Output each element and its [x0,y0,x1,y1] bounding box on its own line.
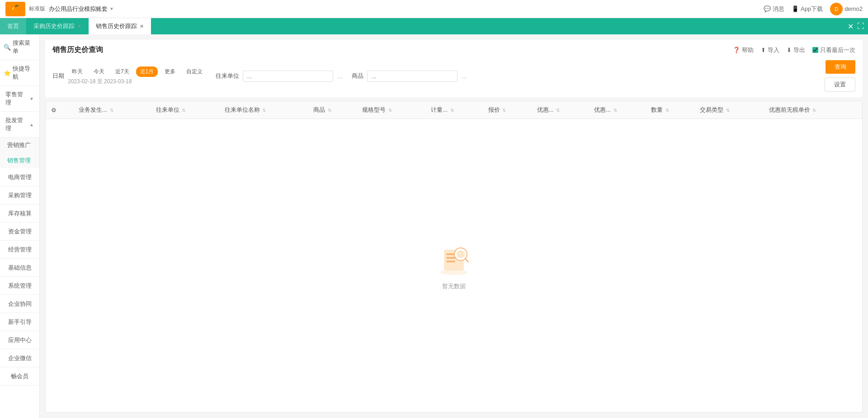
sidebar-system-label: 系统管理 [8,282,32,290]
sort-icon-discount2: ⇅ [613,108,617,113]
quicknav-icon: ⭐ [4,70,11,76]
sort-icon-pre-tax: ⇅ [812,108,816,113]
th-discount2[interactable]: 优惠... ⇅ [589,101,646,119]
sidebar-item-enterprise[interactable]: 企业协同 [0,295,39,313]
sidebar-item-wechat[interactable]: 企业微信 [0,349,39,367]
date-btn-7days[interactable]: 近7天 [111,66,133,77]
sidebar-item-system[interactable]: 系统管理 [0,277,39,295]
settings-button[interactable]: 设置 [825,77,855,92]
sidebar-wechat-label: 企业微信 [8,354,32,362]
sidebar-item-wholesale[interactable]: 批发管理 ▲ [0,112,39,138]
sidebar-item-ecommerce[interactable]: 电商管理 [0,168,39,186]
sidebar-member-label: 畅会员 [11,372,28,380]
sort-icon-date: ⇅ [110,108,113,113]
th-spec[interactable]: 规格型号 ⇅ [357,101,425,119]
only-last-checkbox[interactable] [812,47,818,53]
tab-spacer [151,18,844,34]
date-btn-custom[interactable]: 自定义 [182,66,207,77]
message-button[interactable]: 💬 消息 [764,5,784,13]
sidebar-item-member[interactable]: 畅会员 [0,367,39,385]
top-bar-right: 💬 消息 📱 App下载 D demo2 [764,3,863,15]
date-btn-today[interactable]: 今天 [90,66,108,77]
import-icon: ⬆ [761,47,766,53]
sidebar-item-finance[interactable]: 资金管理 [0,223,39,241]
sidebar-item-retail[interactable]: 零售管理 ▼ [0,86,39,112]
sort-icon-discount1: ⇅ [556,108,560,113]
help-button[interactable]: ❓ 帮助 [733,46,754,54]
date-btn-more[interactable]: 更多 [160,66,179,77]
workspace-name: 办公用品行业模拟账套 [49,5,108,13]
goods-input[interactable] [367,71,458,82]
sidebar-item-inventory[interactable]: 库存核算 [0,204,39,223]
svg-line-7 [465,259,468,262]
user-avatar-button[interactable]: D demo2 [830,3,863,15]
th-unit[interactable]: 计量... ⇅ [425,101,482,119]
app-download-button[interactable]: 📱 App下载 [792,5,823,13]
th-discount1[interactable]: 优惠... ⇅ [532,101,589,119]
page-title: 销售历史价查询 [52,45,103,55]
th-qty[interactable]: 数量 ⇅ [646,101,694,119]
th-partner-code[interactable]: 往来单位 ⇅ [151,101,219,119]
sidebar-ecommerce-label: 电商管理 [8,173,32,181]
tab-home-label: 首页 [7,22,19,30]
sidebar-item-basic[interactable]: 基础信息 [0,259,39,277]
th-quoted-price[interactable]: 报价 ⇅ [483,101,532,119]
sidebar-marketing-label: 营销推广 [7,142,31,148]
tab-sales-close-icon[interactable]: ✕ [140,24,144,29]
import-button[interactable]: ⬆ 导入 [761,46,779,54]
date-btn-1month[interactable]: 近1月 [136,66,158,77]
tab-home[interactable]: 首页 [0,18,26,34]
export-button[interactable]: ⬇ 导出 [787,46,805,54]
query-button[interactable]: 查询 [826,60,855,74]
svg-rect-4 [446,261,455,262]
sidebar-item-sales-mgmt[interactable]: 销售管理 [0,153,39,168]
download-icon: 📱 [792,5,799,12]
tab-purchase[interactable]: 采购历史价跟踪 ✕ [26,18,89,34]
th-pre-tax[interactable]: 优惠前无税单价 ⇅ [764,101,862,119]
th-gear[interactable]: ⚙ [46,101,73,119]
date-filter-group: 昨天 今天 近7天 近1月 更多 自定义 2023-02-18 至 2023-0… [68,66,207,86]
th-goods[interactable]: 商品 ⇅ [308,101,357,119]
sidebar-basic-label: 基础信息 [8,264,32,272]
sidebar-item-operations[interactable]: 经营管理 [0,241,39,259]
query-panel: 销售历史价查询 ❓ 帮助 ⬆ 导入 ⬇ 导出 [45,40,863,97]
goods-dots-icon[interactable]: … [461,73,467,80]
sidebar: 🔍 搜索菜单 ⭐ 快捷导航 零售管理 ▼ 批发管理 ▲ 营销推广 销售管理 电商… [0,34,40,418]
sort-icon-quoted-price: ⇅ [502,108,506,113]
sidebar-inventory-label: 库存核算 [8,209,32,218]
sidebar-item-purchase[interactable]: 采购管理 [0,186,39,204]
sidebar-item-apps[interactable]: 应用中心 [0,331,39,349]
tab-sales[interactable]: 销售历史价跟踪 ✕ [89,18,151,34]
th-partner-name[interactable]: 往来单位名称 ⇅ [219,101,308,119]
date-range-display: 2023-02-18 至 2023-03-18 [68,78,207,86]
sidebar-search-label: 搜索菜单 [13,39,36,55]
sidebar-item-guide[interactable]: 新手引导 [0,313,39,331]
tab-close-all-icon[interactable]: ✕ [848,22,854,31]
message-icon: 💬 [764,5,771,12]
avatar: D [830,3,843,15]
page-content: 销售历史价查询 ❓ 帮助 ⬆ 导入 ⬇ 导出 [40,34,868,418]
sort-icon-unit: ⇅ [450,108,454,113]
export-icon: ⬇ [787,47,792,53]
tab-maximize-icon[interactable]: ⛶ [857,22,864,30]
th-date[interactable]: 业务发生... ⇅ [73,101,151,119]
tab-purchase-close-icon[interactable]: ✕ [77,24,81,29]
table-container: ⚙ 业务发生... ⇅ 往来单位 ⇅ 往来单位名称 ⇅ [45,101,863,413]
sidebar-item-marketing[interactable]: 营销推广 [0,138,39,153]
sidebar-item-search[interactable]: 🔍 搜索菜单 [0,34,39,60]
only-last-checkbox-container[interactable]: 只看最后一次 [812,46,855,54]
query-buttons: 查询 设置 [825,60,855,92]
query-panel-header: 销售历史价查询 ❓ 帮助 ⬆ 导入 ⬇ 导出 [52,45,855,55]
sort-icon-qty: ⇅ [665,108,669,113]
sort-icon-spec: ⇅ [388,108,392,113]
tab-purchase-label: 采购历史价跟踪 [33,22,75,30]
query-panel-actions: ❓ 帮助 ⬆ 导入 ⬇ 导出 只看最后一次 [733,46,855,54]
th-trade-type[interactable]: 交易类型 ⇅ [694,101,763,119]
partner-input[interactable] [243,71,333,82]
sort-icon-partner-code: ⇅ [182,108,185,113]
sidebar-item-quicknav[interactable]: ⭐ 快捷导航 [0,60,39,86]
workspace-selector[interactable]: 办公用品行业模拟账套 ▼ [49,5,114,13]
sort-icon-goods: ⇅ [328,108,331,113]
date-btn-yesterday[interactable]: 昨天 [68,66,87,77]
partner-dots-icon[interactable]: … [337,73,343,80]
